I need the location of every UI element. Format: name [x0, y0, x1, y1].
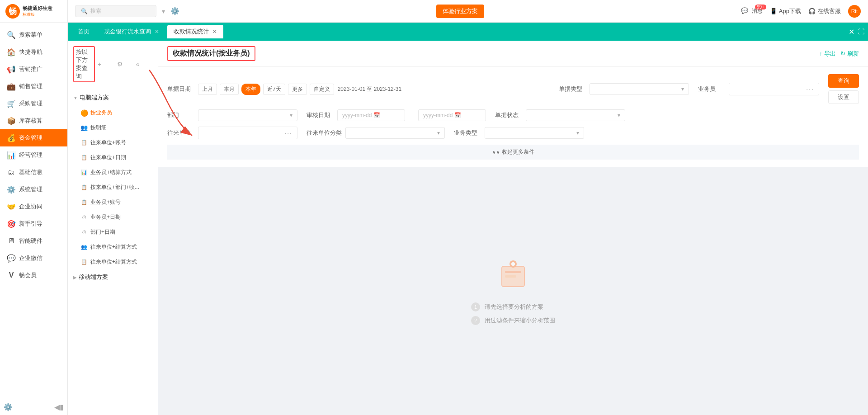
- review-date-start[interactable]: yyyy-mm-dd 📅: [337, 109, 405, 121]
- cal-start-icon[interactable]: 📅: [373, 112, 380, 118]
- sidebar-item-basic[interactable]: 🗂 基础信息: [0, 164, 67, 181]
- sidebar-item-hardware[interactable]: 🖥 智能硬件: [0, 232, 67, 250]
- dept-select[interactable]: ▾: [198, 109, 297, 121]
- query-btn[interactable]: 查询: [828, 74, 859, 88]
- logo-icon: 畅: [5, 4, 20, 19]
- dept-date-icon: ⏱: [80, 229, 88, 236]
- sidebar-item-purchase[interactable]: 🛒 采购管理: [0, 95, 67, 112]
- sidebar-item-finance[interactable]: 💰 资金管理: [0, 129, 67, 146]
- scheme-item-dept-date[interactable]: ⏱ 部门+日期: [68, 225, 158, 240]
- search-placeholder: 搜索: [90, 7, 101, 15]
- close-window-icon[interactable]: ✕: [849, 28, 854, 36]
- partner-filter-item: 往来单位 ···: [167, 127, 297, 139]
- sidebar-item-search[interactable]: 🔍 搜索菜单: [0, 26, 67, 43]
- detail-scheme-icon: 👥: [80, 124, 88, 132]
- sidebar-item-marketing[interactable]: 📢 营销推广: [0, 61, 67, 78]
- message-area[interactable]: 💬 99+ 消息: [741, 7, 763, 15]
- sidebar-item-member[interactable]: V 畅会员: [0, 267, 67, 284]
- review-date-end[interactable]: yyyy-mm-dd 📅: [418, 109, 486, 121]
- app-download[interactable]: 📱 App下载: [770, 7, 801, 15]
- biz-type-select[interactable]: ▾: [485, 127, 584, 139]
- scheme-group-mobile-title[interactable]: ▶ 移动端方案: [68, 269, 158, 285]
- logo-area: 畅 畅捷通好生意 标准版: [0, 0, 67, 23]
- svg-rect-1: [505, 271, 521, 273]
- doc-type-select[interactable]: ▾: [590, 83, 689, 95]
- page-title-box: 收款情况统计(按业务员): [167, 46, 255, 61]
- dropdown-icon[interactable]: ▾: [162, 8, 165, 15]
- cal-end-icon[interactable]: 📅: [454, 112, 461, 118]
- sidebar-item-wechat[interactable]: 💬 企业微信: [0, 250, 67, 267]
- close-collection-stats-tab[interactable]: ✕: [212, 28, 217, 35]
- logo-name: 畅捷通好生意: [23, 5, 52, 12]
- scheme-item-supplier-account[interactable]: 📋 往来单位+账号: [68, 135, 158, 150]
- scheme-list: ▼ 电脑端方案 🟠 按业务员 👥 按明细 📋: [68, 88, 158, 415]
- biz-type-chevron-icon: ▾: [576, 130, 579, 136]
- user-avatar[interactable]: Rit: [848, 5, 861, 18]
- system-icon: ⚙️: [7, 185, 15, 193]
- scheme-item-salesperson-date[interactable]: ⏱ 业务员+日期: [68, 210, 158, 225]
- salesperson-filter-item: 业务员 ···: [698, 83, 819, 95]
- scheme-item-supplier-date[interactable]: 📋 往来单位+日期: [68, 150, 158, 165]
- tab-collection-stats[interactable]: 收款情况统计 ✕: [167, 25, 223, 38]
- scheme-item-by-detail[interactable]: 👥 按明细: [68, 120, 158, 135]
- sidebar-item-operations[interactable]: 📊 经营管理: [0, 146, 67, 164]
- date-btn-more[interactable]: 更多: [288, 84, 307, 95]
- scheme-item-supplier-settlement2[interactable]: 📋 往来单位+结算方式: [68, 255, 158, 269]
- topbar-settings-icon[interactable]: ⚙️: [170, 7, 179, 15]
- tab-bank-flow[interactable]: 现金银行流水查询 ✕: [98, 25, 165, 38]
- filter-row-3: 往来单位 ··· 往来单位分类 ▾: [167, 127, 859, 139]
- app-icon: 📱: [770, 8, 777, 14]
- scheme-group-desktop-title[interactable]: ▼ 电脑端方案: [68, 90, 158, 105]
- salesperson-account-icon: 📋: [80, 199, 88, 206]
- expand-icon[interactable]: ⛶: [858, 28, 864, 35]
- guide-icon: 🎯: [7, 220, 15, 228]
- sidebar-item-sales[interactable]: 💼 销售管理: [0, 78, 67, 95]
- supplier-dept-icon: 📋: [80, 184, 88, 191]
- scheme-item-supplier-settlement1[interactable]: 👥 往来单位+结算方式: [68, 240, 158, 255]
- date-dash: —: [409, 112, 415, 119]
- top-bar-left: 🔍 搜索 ▾ ⚙️: [75, 5, 179, 17]
- sidebar-collapse-icon[interactable]: ◀▮: [54, 403, 64, 411]
- export-btn[interactable]: ↑ 导出: [820, 50, 836, 58]
- scheme-collapse-btn[interactable]: «: [136, 61, 152, 68]
- scheme-item-by-salesperson[interactable]: 🟠 按业务员: [68, 105, 158, 120]
- scheme-item-salesperson-account[interactable]: 📋 业务员+账号: [68, 195, 158, 210]
- sidebar-settings-icon[interactable]: ⚙️: [4, 403, 13, 411]
- collapse-bar[interactable]: ∧∧ 收起更多条件: [167, 145, 859, 160]
- date-btn-7days[interactable]: 近7天: [263, 84, 285, 95]
- salesperson-dots-icon[interactable]: ···: [806, 85, 814, 93]
- top-bar-actions: 体验行业方案: [436, 5, 484, 18]
- date-btn-last-month[interactable]: 上月: [198, 84, 217, 95]
- query-actions: 查询 设置: [828, 74, 859, 104]
- scheme-add-btn[interactable]: +: [98, 61, 114, 68]
- partner-dots-icon[interactable]: ···: [284, 129, 292, 137]
- inventory-icon: 📦: [7, 117, 15, 125]
- sidebar-item-inventory[interactable]: 📦 库存核算: [0, 112, 67, 129]
- date-btn-this-month[interactable]: 本月: [220, 84, 239, 95]
- date-btn-custom[interactable]: 自定义: [310, 84, 334, 95]
- sidebar-item-guide[interactable]: 🎯 新手引导: [0, 215, 67, 232]
- close-bank-flow-tab[interactable]: ✕: [155, 28, 159, 35]
- refresh-icon: ↻: [840, 50, 845, 57]
- sidebar-item-quicknav[interactable]: 🏠 快捷导航: [0, 43, 67, 61]
- sidebar-item-system[interactable]: ⚙️ 系统管理: [0, 181, 67, 198]
- partner-input[interactable]: ···: [198, 127, 297, 139]
- scheme-settings-btn[interactable]: ⚙: [117, 61, 133, 68]
- refresh-btn[interactable]: ↻ 刷新: [840, 50, 859, 58]
- industry-btn[interactable]: 体验行业方案: [436, 5, 484, 18]
- scheme-item-supplier-dept[interactable]: 📋 按来单位+部门+收...: [68, 180, 158, 195]
- doc-status-select[interactable]: ▾: [526, 109, 625, 121]
- online-service[interactable]: 🎧 在线客服: [808, 7, 841, 15]
- settings-btn[interactable]: 设置: [828, 90, 859, 104]
- supplier-settle1-icon: 👥: [80, 244, 88, 251]
- scheme-item-salesperson-settlement[interactable]: 📊 业务员+结算方式: [68, 165, 158, 180]
- empty-steps: 1 请先选择要分析的方案 2 用过滤条件来缩小分析范围: [471, 302, 555, 325]
- sidebar-item-corp[interactable]: 🤝 企业协同: [0, 198, 67, 215]
- logo-badge: 标准版: [23, 12, 52, 18]
- date-label: 单据日期: [167, 85, 194, 93]
- partner-category-select[interactable]: ▾: [345, 127, 445, 139]
- search-box[interactable]: 🔍 搜索: [75, 5, 156, 17]
- date-btn-this-year[interactable]: 本年: [241, 84, 260, 95]
- tab-home[interactable]: 首页: [71, 25, 96, 38]
- salesperson-input[interactable]: ···: [729, 83, 819, 95]
